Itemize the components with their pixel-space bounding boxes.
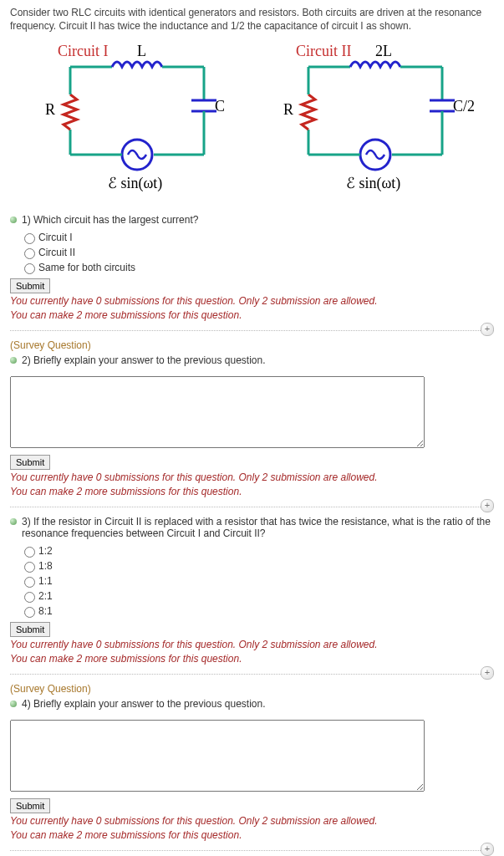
q4-head: 4) Briefly explain your answer to the pr… <box>10 698 494 710</box>
expand-icon[interactable]: + <box>481 843 494 856</box>
q2-survey-label: (Survey Question) <box>10 339 494 351</box>
q3-radio-4[interactable] <box>24 607 35 618</box>
circuit-diagrams: Circuit I L C ℰ sin(ωt) <box>10 38 494 199</box>
q4-survey-label: (Survey Question) <box>10 683 494 695</box>
q1-option[interactable]: Same for both circuits <box>20 261 494 274</box>
q1-radio-2[interactable] <box>24 263 35 274</box>
expand-icon[interactable]: + <box>481 666 494 680</box>
q3-option[interactable]: 1:1 <box>20 574 494 588</box>
q3-option[interactable]: 8:1 <box>20 604 494 618</box>
circuit-2-svg: Circuit II 2L C/2 ℰ sin(ωt) R <box>262 38 480 196</box>
q1-text: 1) Which circuit has the largest current… <box>22 214 198 226</box>
q2-feedback2: You can make 2 more submissions for this… <box>10 486 494 498</box>
circuit-1-svg: Circuit I L C ℰ sin(ωt) <box>24 38 233 196</box>
intro-text: Consider two RLC circuits with identical… <box>10 7 494 33</box>
q4-feedback2: You can make 2 more submissions for this… <box>10 829 494 842</box>
circuit1-L-label: L <box>137 43 146 59</box>
q3-feedback1: You currently have 0 submissions for thi… <box>10 639 494 651</box>
q3-option-label: 8:1 <box>38 605 53 617</box>
circuit2-C-label: C/2 <box>453 98 475 115</box>
separator: + <box>10 850 494 851</box>
circuit2-L-label: 2L <box>375 43 392 59</box>
q1-feedback1: You currently have 0 submissions for thi… <box>10 295 494 308</box>
q1-radio-1[interactable] <box>24 248 35 259</box>
q3-options: 1:2 1:8 1:1 2:1 8:1 <box>20 544 494 618</box>
q4-submit-button[interactable]: Submit <box>10 798 50 813</box>
separator: + <box>10 674 494 675</box>
q4-feedback1: You currently have 0 submissions for thi… <box>10 815 494 828</box>
q1-option-label: Circuit I <box>38 232 73 243</box>
q3-option[interactable]: 1:8 <box>20 559 494 573</box>
q1-option[interactable]: Circuit II <box>20 246 494 259</box>
q1-option-label: Circuit II <box>38 247 75 258</box>
q3-radio-3[interactable] <box>24 592 35 603</box>
circuit2-R-label: R <box>283 101 293 118</box>
q1-option[interactable]: Circuit I <box>20 231 494 244</box>
circuit-2: Circuit II 2L C/2 ℰ sin(ωt) R <box>262 38 480 199</box>
q1-head: 1) Which circuit has the largest current… <box>10 214 494 226</box>
bullet-icon <box>10 217 17 223</box>
circuit1-R-label: R <box>45 101 55 118</box>
q2-text: 2) Briefly explain your answer to the pr… <box>22 354 266 366</box>
q2-feedback1: You currently have 0 submissions for thi… <box>10 471 494 484</box>
q1-option-label: Same for both circuits <box>38 262 135 273</box>
circuit-1: Circuit I L C ℰ sin(ωt) <box>24 38 233 199</box>
q2-textarea[interactable] <box>10 376 425 448</box>
circuit2-source-label: ℰ sin(ωt) <box>346 175 400 192</box>
q1-radio-0[interactable] <box>24 233 35 244</box>
q3-option[interactable]: 2:1 <box>20 589 494 603</box>
q3-radio-2[interactable] <box>24 577 35 588</box>
q3-option-label: 1:2 <box>38 545 53 557</box>
circuit2-title: Circuit II <box>296 43 351 59</box>
q4-textarea[interactable] <box>10 720 425 792</box>
q2-submit-button[interactable]: Submit <box>10 455 50 470</box>
bullet-icon <box>10 357 17 364</box>
bullet-icon <box>10 518 17 525</box>
q3-submit-button[interactable]: Submit <box>10 622 50 637</box>
q3-feedback2: You can make 2 more submissions for this… <box>10 653 494 665</box>
q3-option[interactable]: 1:2 <box>20 544 494 558</box>
q3-head: 3) If the resistor in Circuit II is repl… <box>10 516 494 539</box>
separator: + <box>10 507 494 507</box>
q3-option-label: 1:8 <box>38 560 53 572</box>
expand-icon[interactable]: + <box>481 323 494 336</box>
bullet-icon <box>10 701 17 707</box>
circuit1-title: Circuit I <box>58 43 109 59</box>
q3-radio-1[interactable] <box>24 562 35 573</box>
circuit1-C-label: C <box>215 98 225 115</box>
q4-text: 4) Briefly explain your answer to the pr… <box>22 698 266 710</box>
q3-option-label: 2:1 <box>38 590 53 602</box>
q3-option-label: 1:1 <box>38 575 53 587</box>
q1-submit-button[interactable]: Submit <box>10 278 50 293</box>
q1-feedback2: You can make 2 more submissions for this… <box>10 309 494 322</box>
q3-radio-0[interactable] <box>24 547 35 558</box>
q2-head: 2) Briefly explain your answer to the pr… <box>10 354 494 366</box>
circuit1-source-label: ℰ sin(ωt) <box>108 175 162 192</box>
separator: + <box>10 330 494 331</box>
expand-icon[interactable]: + <box>481 499 494 512</box>
q3-text: 3) If the resistor in Circuit II is repl… <box>22 516 494 539</box>
q1-options: Circuit I Circuit II Same for both circu… <box>20 231 494 274</box>
